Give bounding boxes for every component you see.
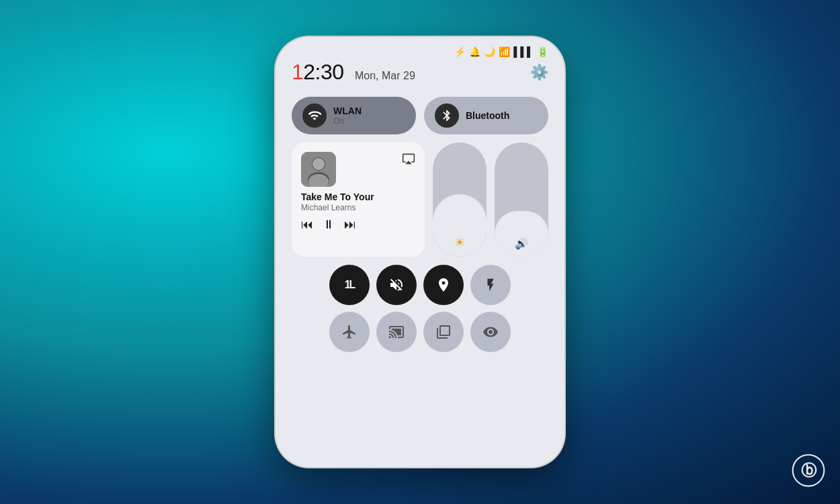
phone-frame: ⚡ 🔔 🌙 📶 ▌▌▌ 🔋 12:30 Mon, Mar 29 ⚙️ bbox=[276, 37, 564, 467]
status-icons: ⚡ 🔔 🌙 📶 ▌▌▌ 🔋 bbox=[454, 46, 548, 57]
date-display: Mon, Mar 29 bbox=[355, 70, 415, 81]
wlan-icon bbox=[302, 103, 327, 128]
bluetooth-label: Bluetooth bbox=[466, 110, 509, 121]
quick-action-row-1: 1L bbox=[292, 265, 548, 305]
cast-button[interactable] bbox=[376, 312, 417, 352]
notification-icon: 🔔 bbox=[469, 46, 480, 57]
main-row: Take Me To Your Michael Learns ⏮ ⏸ ⏭ ☀ 🔊 bbox=[292, 142, 548, 257]
airplane-button[interactable] bbox=[329, 312, 370, 352]
wlan-toggle[interactable]: WLAN On bbox=[292, 97, 416, 134]
settings-icon[interactable]: ⚙️ bbox=[530, 64, 548, 81]
location-button[interactable] bbox=[423, 265, 464, 305]
signal-icon: ▌▌▌ bbox=[513, 46, 534, 57]
wlan-label: WLAN bbox=[333, 106, 362, 116]
brightness-icon: ☀ bbox=[454, 235, 465, 250]
bluetooth-icon: ⚡ bbox=[454, 46, 466, 57]
eye-button[interactable] bbox=[470, 312, 511, 352]
mute-button[interactable] bbox=[376, 265, 417, 305]
album-art bbox=[301, 152, 336, 187]
music-info: Take Me To Your Michael Learns bbox=[301, 191, 415, 212]
wifi-icon: 📶 bbox=[499, 46, 510, 57]
status-bar: ⚡ 🔔 🌙 📶 ▌▌▌ 🔋 bbox=[276, 37, 564, 60]
time-display: 12:30 bbox=[292, 60, 349, 84]
time-rest: 2:30 bbox=[303, 60, 343, 84]
music-artist: Michael Learns bbox=[301, 203, 415, 212]
toggle-row: WLAN On Bluetooth bbox=[292, 97, 548, 134]
cards-button[interactable] bbox=[423, 312, 464, 352]
music-controls: ⏮ ⏸ ⏭ bbox=[301, 218, 415, 232]
airplay-icon[interactable] bbox=[402, 152, 415, 169]
bluetooth-toggle[interactable]: Bluetooth bbox=[424, 97, 548, 134]
music-title: Take Me To Your bbox=[301, 191, 415, 203]
time-digit-red: 1 bbox=[292, 60, 303, 84]
moon-icon: 🌙 bbox=[484, 46, 495, 57]
volume-icon: 🔊 bbox=[515, 237, 528, 250]
wlan-sublabel: On bbox=[333, 116, 362, 126]
next-button[interactable]: ⏭ bbox=[344, 218, 356, 232]
quick-action-row-2 bbox=[292, 312, 548, 352]
pause-button[interactable]: ⏸ bbox=[323, 218, 335, 232]
time-date-group: 12:30 Mon, Mar 29 bbox=[292, 60, 415, 85]
bluetooth-text: Bluetooth bbox=[466, 110, 509, 121]
bluetooth-toggle-icon bbox=[435, 103, 459, 128]
brightness-slider[interactable]: ☀ bbox=[433, 142, 487, 257]
volume-slider[interactable]: 🔊 bbox=[495, 142, 548, 257]
flashlight-button[interactable] bbox=[470, 265, 511, 305]
one-l-button[interactable]: 1L bbox=[329, 265, 370, 305]
battery-icon: 🔋 bbox=[537, 46, 548, 57]
svg-text:ⓑ: ⓑ bbox=[801, 462, 817, 479]
wlan-text: WLAN On bbox=[333, 106, 362, 126]
watermark: ⓑ bbox=[792, 454, 825, 492]
prev-button[interactable]: ⏮ bbox=[301, 218, 313, 232]
control-center: 12:30 Mon, Mar 29 ⚙️ WLAN On bbox=[276, 60, 564, 372]
music-top bbox=[301, 152, 415, 187]
time-row: 12:30 Mon, Mar 29 ⚙️ bbox=[292, 60, 548, 85]
svg-point-3 bbox=[312, 158, 325, 170]
music-card[interactable]: Take Me To Your Michael Learns ⏮ ⏸ ⏭ bbox=[292, 142, 425, 257]
